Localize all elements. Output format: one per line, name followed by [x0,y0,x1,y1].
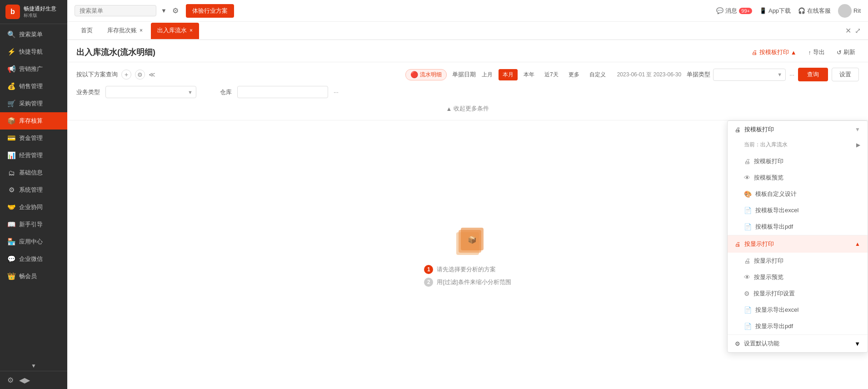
export-btn[interactable]: ↑ 导出 [805,46,829,58]
phone-icon: 📱 [759,7,767,14]
dropdown-display-export-pdf[interactable]: 📄 按显示导出pdf [728,318,868,334]
dropdown-template-custom[interactable]: 🎨 模板自定义设计 [728,186,868,202]
warehouse-input[interactable] [237,86,328,98]
messages-badge: 99+ [739,8,752,14]
tab-flow-label: 出入库流水 [157,26,187,35]
sidebar-item-quicknav[interactable]: ⚡ 快捷导航 [0,43,67,60]
logo-icon: b [5,5,20,19]
menu-search-input[interactable] [75,5,156,16]
topbar: ▼ ⚙ 体验行业方案 💬 消息 99+ 📱 App下载 🎧 在线客服 Rit [67,0,868,22]
tab-batch-close[interactable]: × [140,28,143,33]
user-avatar[interactable]: Rit [838,4,861,18]
sidebar-item-system[interactable]: ⚙ 系统管理 [0,181,67,199]
eye-item-icon: 👁 [744,174,750,181]
collapse-rows-btn[interactable]: ▲ 收起更多条件 [441,103,495,115]
sidebar-item-label: 基础信息 [19,169,43,177]
sidebar-item-member[interactable]: 👑 畅会员 [0,268,67,285]
query-button[interactable]: 查询 [798,68,828,81]
sales-icon: 💰 [7,82,15,90]
sidebar-scroll-down[interactable]: ▼ [0,361,67,371]
sidebar-item-sales[interactable]: 💰 销售管理 [0,78,67,95]
display-settings-icon: ⚙ [744,290,750,297]
tab-batch[interactable]: 库存批次账 × [101,23,149,39]
business-type-select[interactable] [105,86,196,98]
sidebar-item-wechat[interactable]: 💬 企业微信 [0,250,67,268]
filter-more-btn[interactable]: ··· [789,71,794,78]
sidebar-item-guide[interactable]: 📖 新手引导 [0,216,67,233]
dropdown-template-print[interactable]: 🖨 按模板打印 [728,153,868,170]
date-custom[interactable]: 自定义 [585,69,610,80]
purchase-icon: 🛒 [7,100,15,108]
window-expand-btn[interactable]: ⤢ [855,26,861,35]
tab-flow-close[interactable]: × [190,28,193,33]
appcenter-icon: 🏪 [7,238,15,246]
date-last-7days[interactable]: 近7天 [540,69,563,80]
footer-collapse-icon[interactable]: ◀▶ [19,376,30,384]
dropdown-display-export-excel[interactable]: 📄 按显示导出excel [728,302,868,318]
refresh-btn[interactable]: ↺ 刷新 [833,46,859,58]
sidebar-item-purchase[interactable]: 🛒 采购管理 [0,95,67,112]
doc-type-select[interactable] [713,69,786,81]
dropdown-default-section[interactable]: ⚙ 设置默认功能 ▼ [728,335,868,352]
filter-section-label: 按以下方案查询 [76,70,118,79]
display-pdf-icon: 📄 [744,323,752,330]
dropdown-display-print[interactable]: 🖨 按显示打印 [728,253,868,269]
sidebar-item-base[interactable]: 🗂 基础信息 [0,164,67,181]
sidebar-item-operations[interactable]: 📊 经营管理 [0,147,67,164]
default-icon: ⚙ [735,340,740,347]
template-print-section: 🖨 按模板打印 ▼ 当前：出入库流水 ▶ 🖨 按模板打印 [728,121,868,235]
sidebar-item-label: 系统管理 [19,186,43,194]
printer-item-icon: 🖨 [744,158,750,165]
sidebar-item-inventory[interactable]: 📦 库存核算 [0,112,67,130]
search-dropdown-icon[interactable]: ▼ [161,7,167,14]
print-template-btn[interactable]: 🖨 按模板打印 ▲ [748,46,800,58]
filter-settings-btn[interactable]: ⚙ [135,70,145,80]
filter-tag[interactable]: 🔴 流水明细 [405,69,447,80]
print-label: 按模板打印 [759,48,789,56]
refresh-label: 刷新 [843,48,855,56]
tab-home[interactable]: 首页 [75,23,99,39]
topbar-gear-icon[interactable]: ⚙ [172,6,179,15]
sidebar-item-finance[interactable]: 💳 资金管理 [0,130,67,147]
sidebar-item-appcenter[interactable]: 🏪 应用中心 [0,233,67,250]
tab-flow[interactable]: 出入库流水 × [151,23,199,39]
messages-btn[interactable]: 💬 消息 99+ [716,7,752,15]
dropdown-display-print-settings[interactable]: ⚙ 按显示打印设置 [728,285,868,302]
dropdown-template-preview[interactable]: 👁 按模板预览 [728,170,868,186]
online-service-btn[interactable]: 🎧 在线客服 [798,7,831,15]
template-print-header[interactable]: 🖨 按模板打印 ▼ [728,121,868,138]
display-print-header[interactable]: 🖨 按显示打印 ▲ [728,235,868,253]
sidebar-item-search[interactable]: 🔍 搜索菜单 [0,26,67,43]
online-service-label: 在线客服 [807,7,831,15]
settings-button[interactable]: 设置 [832,68,859,81]
display-eye-icon: 👁 [744,274,750,281]
sidebar-item-label: 营销推广 [19,65,43,73]
display-print-title: 按显示打印 [744,240,774,248]
date-more[interactable]: 更多 [564,69,584,80]
sidebar-nav: 🔍 搜索菜单 ⚡ 快捷导航 📢 营销推广 💰 销售管理 🛒 采购管理 📦 库存核… [0,24,67,361]
app-edition: 标准版 [24,12,56,19]
app-download-btn[interactable]: 📱 App下载 [759,7,791,15]
filter-collapse-btn[interactable]: ≪ [149,71,155,78]
template-current: 当前：出入库流水 ▶ [728,138,868,153]
footer-settings-icon[interactable]: ⚙ [7,376,14,384]
print-dropdown-panel: 🖨 按模板打印 ▼ 当前：出入库流水 ▶ 🖨 按模板打印 [727,120,868,353]
date-last-month[interactable]: 上月 [478,69,497,80]
date-this-month[interactable]: 本月 [499,69,518,80]
date-this-year[interactable]: 本年 [519,69,539,80]
dropdown-display-preview[interactable]: 👁 按显示预览 [728,269,868,285]
dropdown-template-export-pdf[interactable]: 📄 按模板导出pdf [728,219,868,235]
sidebar-item-label: 企业协同 [19,203,43,211]
empty-state-icon: 📦 [449,223,486,259]
window-close-btn[interactable]: ✕ [845,26,851,35]
dropdown-template-export-excel[interactable]: 📄 按模板导出excel [728,202,868,219]
sidebar-item-label: 资金管理 [19,134,43,142]
sidebar-item-cooperation[interactable]: 🤝 企业协同 [0,199,67,216]
trial-button[interactable]: 体验行业方案 [186,4,234,18]
warehouse-more-btn[interactable]: ··· [334,89,339,95]
sidebar-item-marketing[interactable]: 📢 营销推广 [0,60,67,78]
printer-section-icon: 🖨 [735,126,741,133]
gear-small-icon: ⚙ [137,71,143,78]
filter-add-btn[interactable]: + [121,70,131,80]
chevron-down-icon: ▼ [31,363,36,369]
